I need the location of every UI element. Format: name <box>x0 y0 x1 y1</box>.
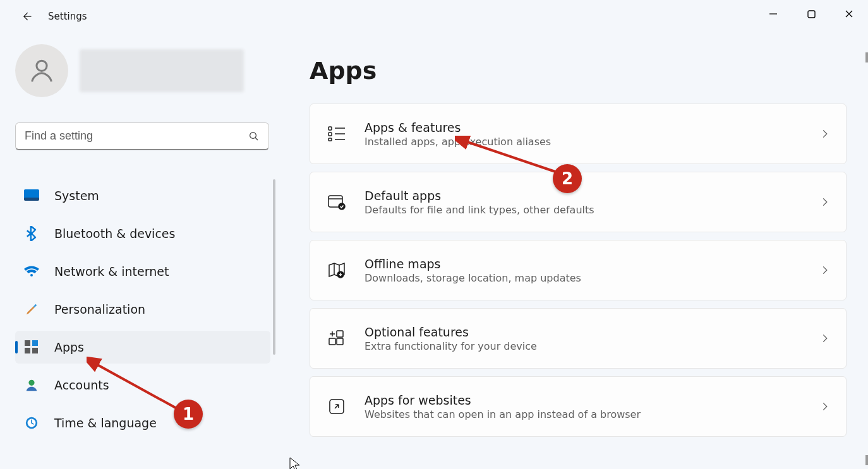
annotation-badge-1: 1 <box>174 400 203 429</box>
main-pane: Apps Apps & features Installed apps, app… <box>280 33 868 469</box>
svg-rect-13 <box>329 133 332 136</box>
svg-rect-0 <box>808 11 815 18</box>
chevron-right-icon <box>821 334 829 343</box>
search-icon <box>248 131 260 142</box>
wifi-icon <box>24 264 39 279</box>
default-apps-icon <box>327 192 347 212</box>
sidebar-item-label: Apps <box>54 340 84 354</box>
search-box[interactable] <box>15 122 269 150</box>
profile-name-redacted <box>80 49 244 92</box>
svg-rect-8 <box>32 348 38 353</box>
sidebar-item-label: Personalization <box>54 302 145 316</box>
svg-rect-4 <box>24 198 39 201</box>
minimize-icon <box>769 9 778 18</box>
nav-list: System Bluetooth & devices Network & int… <box>15 179 274 444</box>
sidebar: System Bluetooth & devices Network & int… <box>0 33 280 469</box>
card-subtitle: Installed apps, app execution aliases <box>365 136 821 148</box>
card-offline-maps[interactable]: Offline maps Downloads, storage location… <box>310 240 847 300</box>
svg-rect-6 <box>32 340 38 346</box>
svg-point-2 <box>250 132 256 138</box>
svg-rect-7 <box>25 348 30 353</box>
sidebar-item-system[interactable]: System <box>15 179 270 212</box>
page-scroll-top-hint[interactable] <box>865 52 868 62</box>
arrow-left-icon <box>20 10 33 23</box>
svg-rect-12 <box>329 127 332 130</box>
annotation-badge-2: 2 <box>553 164 582 193</box>
bluetooth-icon <box>24 226 39 241</box>
card-subtitle: Extra functionality for your device <box>365 340 821 352</box>
chevron-right-icon <box>821 402 829 411</box>
back-button[interactable] <box>14 4 39 29</box>
sidebar-item-accounts[interactable]: Accounts <box>15 369 270 401</box>
search-input[interactable] <box>25 129 248 143</box>
minimize-button[interactable] <box>754 0 792 28</box>
mouse-cursor-icon <box>289 457 301 469</box>
apps-features-icon <box>327 124 347 144</box>
maximize-icon <box>807 10 816 18</box>
maximize-button[interactable] <box>792 0 830 28</box>
apps-websites-icon <box>327 396 347 417</box>
svg-rect-19 <box>337 338 343 345</box>
annotation-badge-1-label: 1 <box>183 405 194 424</box>
chevron-right-icon <box>821 129 829 138</box>
card-title: Apps & features <box>365 121 821 134</box>
sidebar-item-label: Accounts <box>54 378 109 392</box>
window-controls <box>754 0 868 28</box>
offline-maps-icon <box>327 260 347 280</box>
card-apps-features[interactable]: Apps & features Installed apps, app exec… <box>310 104 847 164</box>
card-optional-features[interactable]: Optional features Extra functionality fo… <box>310 308 847 369</box>
annotation-badge-2-label: 2 <box>562 169 573 188</box>
page-title: Apps <box>310 57 847 85</box>
page-scroll-bottom-hint[interactable] <box>865 455 868 465</box>
svg-point-16 <box>339 203 345 210</box>
close-button[interactable] <box>830 0 868 28</box>
optional-features-icon <box>327 328 347 348</box>
paintbrush-icon <box>24 302 39 317</box>
card-title: Optional features <box>365 325 821 339</box>
svg-rect-18 <box>329 338 335 345</box>
card-title: Apps for websites <box>365 393 821 407</box>
sidebar-item-personalization[interactable]: Personalization <box>15 293 270 326</box>
card-subtitle: Defaults for file and link types, other … <box>365 204 821 216</box>
apps-icon <box>24 340 39 355</box>
sidebar-item-label: System <box>54 189 99 203</box>
svg-rect-5 <box>25 340 30 346</box>
person-icon <box>27 56 56 85</box>
avatar <box>15 44 68 97</box>
accounts-icon <box>24 377 39 393</box>
card-title: Offline maps <box>365 257 821 271</box>
card-subtitle: Downloads, storage location, map updates <box>365 272 821 284</box>
chevron-right-icon <box>821 198 829 206</box>
sidebar-item-network[interactable]: Network & internet <box>15 255 270 288</box>
card-apps-websites[interactable]: Apps for websites Websites that can open… <box>310 376 847 437</box>
close-icon <box>845 9 853 18</box>
sidebar-item-label: Network & internet <box>54 264 169 278</box>
sidebar-item-bluetooth[interactable]: Bluetooth & devices <box>15 217 270 250</box>
sidebar-item-label: Time & language <box>54 416 157 430</box>
window-title: Settings <box>48 11 87 22</box>
sidebar-item-apps[interactable]: Apps <box>15 331 270 364</box>
display-icon <box>24 188 39 203</box>
svg-point-9 <box>28 380 34 386</box>
svg-rect-14 <box>329 138 332 141</box>
sidebar-item-label: Bluetooth & devices <box>54 227 175 240</box>
svg-point-1 <box>37 61 47 71</box>
profile-block[interactable] <box>15 42 274 100</box>
svg-rect-20 <box>337 331 343 337</box>
card-title: Default apps <box>365 189 821 203</box>
card-subtitle: Websites that can open in an app instead… <box>365 408 821 420</box>
chevron-right-icon <box>821 266 829 275</box>
sidebar-item-time-language[interactable]: Time & language <box>15 407 270 439</box>
titlebar: Settings <box>0 0 868 33</box>
clock-globe-icon <box>24 415 39 430</box>
nav-scrollbar[interactable] <box>273 179 275 355</box>
